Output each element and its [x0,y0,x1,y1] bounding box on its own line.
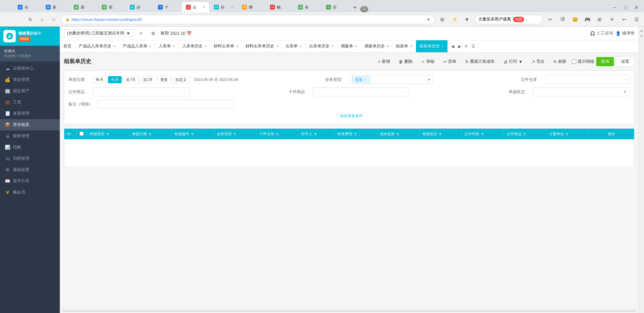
qr-icon[interactable]: ⊞ [438,15,447,24]
calendar-icon[interactable]: 📅 [187,31,192,36]
th-date[interactable]: 单据日期 ⇅ [129,129,171,140]
nav-tab-finished-goods[interactable]: 产成品入库单 × [119,40,155,53]
nav-tab-outbound-history[interactable]: 出库单历史 × [306,40,337,53]
sidebar-item-cloud-reports[interactable]: ☁ 云报表中心 [0,63,60,74]
sidebar-item-vip[interactable]: V 畅会员 [0,187,60,198]
parent-warehouse-field[interactable]: ··· [545,75,630,84]
query-button[interactable]: 查询 [596,57,614,66]
business-type-filter-field[interactable]: 组装 × ▼ [350,75,433,84]
refresh-button[interactable]: ↻ [26,15,35,24]
print-button[interactable]: 🖨 打印 ▼ [500,57,526,66]
show-detail-checkbox[interactable] [572,59,576,64]
nav-tab-outbound[interactable]: 出库单 × [282,40,306,53]
sidebar-favorites[interactable]: 收藏夹 快捷键打开收藏夹 [0,46,60,61]
nav-tab-material-outbound-history[interactable]: 材料出库单历史 × [242,40,282,53]
date-btn-yesterday[interactable]: 昨天 [93,76,107,83]
sidebar-item-guide[interactable]: 📖 新手引导 [0,175,60,187]
refresh-page-button[interactable]: ↻ 刷新 [550,57,570,66]
close-nav-tab-finished-goods[interactable]: × [149,44,151,48]
tab-3[interactable]: 易 易 [70,2,97,12]
sidebar-item-archive[interactable]: 🗂 归档管理 [0,153,60,164]
nav-tab-inbound-history[interactable]: 入库单历史 × [179,40,211,53]
tab-12[interactable]: S 目 [322,2,349,12]
close-nav-tab-inbound[interactable]: × [173,44,175,48]
parent-warehouse-more-icon[interactable]: ··· [624,77,627,82]
tab-4[interactable]: 易 易 [98,2,125,12]
status-field[interactable]: ▼ [533,87,630,96]
th-cost-diff[interactable]: 成本差异 ⇅ [377,129,419,140]
date-btn-more[interactable]: 更多 [157,76,171,83]
sidebar-item-invoice[interactable]: 🧾 发票管理 [0,108,60,119]
bottom-scrollbar[interactable] [60,308,639,313]
nav-tab-finished-goods-history[interactable]: 产成品入库单历史 × [75,40,119,53]
nav-tab-more[interactable]: ☰ [470,40,477,53]
child-goods-field[interactable]: ··· [313,87,410,96]
nav-tab-material-outbound[interactable]: 材料出库单 × [210,40,242,53]
tab-2[interactable]: 新 新 [42,2,69,12]
tab-5[interactable]: 好 好 [126,2,153,12]
minimize-button[interactable]: ─ [610,3,619,12]
parent-goods-more-icon[interactable]: ··· [184,90,187,94]
add-company-button[interactable]: + [136,29,146,38]
close-nav-tab-outbound-history[interactable]: × [332,44,334,48]
sidebar-item-closing[interactable]: 📊 结账 [0,142,60,153]
close-nav-tab-inbound-history[interactable]: × [205,44,207,48]
collapse-button[interactable]: ⌃ 收起更多条件 [336,113,363,118]
undo-icon[interactable]: ↩ [619,15,629,24]
th-number[interactable]: 单据编号 ⇅ [171,129,214,140]
parent-goods-field[interactable]: ··· [93,87,190,96]
tab-6[interactable]: 个 个 [154,2,181,12]
menu-icon[interactable]: ☰ [632,15,641,24]
right-panel-arrow-up[interactable]: ▲ [639,28,644,33]
nav-tab-close-all[interactable]: ✕ [463,40,470,53]
tab-8[interactable]: 好 好 × [210,2,237,12]
select-all-checkbox[interactable] [79,131,84,136]
th-business-type[interactable]: 业务类型 ⇅ [214,129,256,140]
remove-business-type-tag[interactable]: × [364,77,366,82]
nav-tab-transfer-history[interactable]: 调拨单历史 × [361,40,393,53]
th-settings[interactable]: ⚙ [64,129,77,140]
nav-tab-assembly-history[interactable]: 组装单历史 × [416,40,448,53]
tab-7[interactable]: 企 企 × [182,2,209,12]
horizontal-scrollbar-track[interactable] [63,310,636,312]
th-parent-goods[interactable]: 父件商品 ⇅ [504,129,546,140]
date-btn-custom[interactable]: 自定义 [172,76,190,83]
close-nav-tab-assembly-history[interactable]: × [442,44,444,48]
nav-tab-transfer[interactable]: 调拨单 × [337,40,361,53]
th-child-warehouse[interactable]: 子件仓库 ⇅ [256,129,298,140]
forward-button[interactable]: → [14,15,23,24]
sidebar-item-tax[interactable]: 🖨 税务管理 [0,130,60,142]
home-button[interactable]: ⌂ [38,15,46,24]
close-nav-tab-material-outbound-history[interactable]: × [276,44,278,48]
close-window-button[interactable]: ✕ [632,3,641,12]
user-info[interactable]: 👤 徐泽华 [616,30,634,36]
address-dropdown-btn[interactable]: ▼ [462,15,472,24]
new-tab-button[interactable]: + [350,3,360,12]
th-unit[interactable]: 计量单位 ⇅ [546,129,589,140]
show-detail-checkbox-label[interactable]: 显示明细 [572,59,594,65]
remarks-field[interactable] [97,100,234,109]
tab-1[interactable]: 在 在 [14,2,41,12]
right-panel-arrow-down[interactable]: ▼ [639,33,644,38]
close-nav-tab-finished-goods-history[interactable]: × [113,44,116,48]
settings-button[interactable]: 设置 [616,57,634,67]
business-type-dropdown-icon[interactable]: ▼ [427,77,431,82]
company-selector[interactable]: (勿删勿禁用) 江西服宝测试专用 ▼ [64,29,133,37]
close-nav-tab-transfer[interactable]: × [355,44,357,48]
emoji-icon[interactable]: 😊 [570,15,580,24]
abandon-button[interactable]: ↩ 弃审 [440,57,460,66]
close-nav-tab-material-outbound[interactable]: × [236,44,238,48]
date-btn-today[interactable]: 今天 [108,76,122,83]
status-dropdown-icon[interactable]: ▼ [623,90,627,94]
lightning-icon[interactable]: ⚡ [450,15,459,24]
nav-tab-assembly[interactable]: 组装单 × [392,40,416,53]
th-status[interactable]: 单据状态 ⇅ [419,129,461,140]
close-nav-tab-transfer-history[interactable]: × [387,44,389,48]
close-tab-8[interactable]: × [231,5,233,9]
address-dropdown-icon[interactable]: ▼ [427,17,430,22]
maximize-button[interactable]: □ [621,3,630,12]
date-btn-7days[interactable]: 近7天 [123,76,139,83]
th-disassemble-fee[interactable]: 拆装费用 ⇅ [334,129,377,140]
th-parent-list[interactable]: 父件列表 ⇅ [461,129,504,140]
audit-button[interactable]: ✓ 审核 [418,57,438,66]
